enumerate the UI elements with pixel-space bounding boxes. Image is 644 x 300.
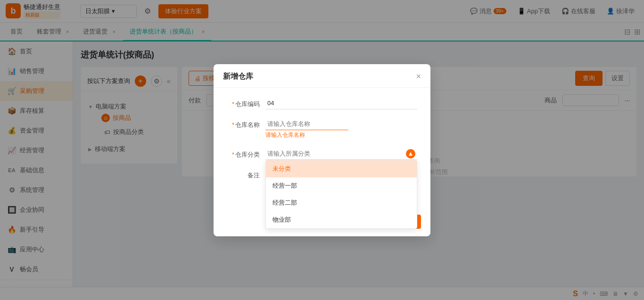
warehouse-code-input[interactable] [265,97,417,109]
category-dropdown-list: 未分类 经营一部 经营二部 物业部 [265,160,417,229]
modal-body: 仓库编码 仓库名称 请输入仓库名称 仓库分类 ▲ [214,88,430,210]
category-dropdown-wrapper: ▲ 未分类 经营一部 经营二部 物业部 [265,148,417,160]
warehouse-category-row: 仓库分类 ▲ 未分类 经营一部 经营二部 物业部 [227,148,417,160]
category-input[interactable] [265,148,417,160]
new-warehouse-modal: 新增仓库 × 仓库编码 仓库名称 请输入仓库名称 [214,64,430,236]
code-label: 仓库编码 [227,97,260,108]
modal-overlay: 新增仓库 × 仓库编码 仓库名称 请输入仓库名称 [0,0,644,300]
dropdown-item-uncategorized[interactable]: 未分类 [266,160,417,177]
modal-header: 新增仓库 × [214,64,430,88]
category-dropdown-button[interactable]: ▲ [406,149,415,158]
modal-close-button[interactable]: × [416,72,421,82]
category-label: 仓库分类 [227,148,260,159]
modal-title: 新增仓库 [223,72,253,82]
dropdown-item-dept2[interactable]: 经营二部 [266,194,417,211]
name-error-msg: 请输入仓库名称 [265,131,348,139]
warehouse-name-row: 仓库名称 请输入仓库名称 [227,118,417,139]
notes-label: 备注 [227,168,260,180]
dropdown-item-dept1[interactable]: 经营一部 [266,177,417,194]
warehouse-code-row: 仓库编码 [227,97,417,109]
dropdown-item-property[interactable]: 物业部 [266,211,417,228]
warehouse-name-input[interactable] [265,118,348,130]
name-label: 仓库名称 [227,118,260,129]
